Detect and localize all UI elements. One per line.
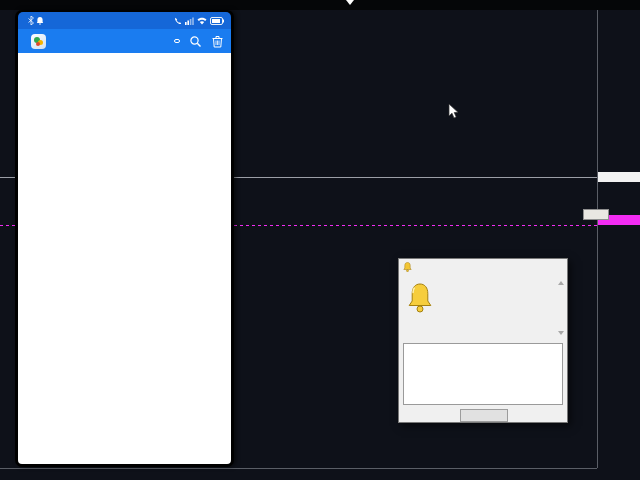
dialog-body [399,275,567,347]
search-icon[interactable] [189,35,202,48]
app-icon [31,34,46,49]
time-axis[interactable] [0,469,640,480]
menu-button[interactable] [583,209,609,220]
wifi-icon [197,17,207,25]
signal-icon [185,17,194,25]
message-list[interactable] [18,53,231,464]
battery-icon [210,17,224,25]
mouse-cursor [448,103,459,119]
alarm-icon [36,16,44,25]
alert-bell-icon [407,283,433,313]
current-price-tag [598,172,640,182]
scroll-down-icon[interactable] [558,331,564,335]
status-left-icons [28,16,44,25]
dialog-scrollbar[interactable] [556,279,565,337]
terminal-app-header [18,29,231,53]
chart-toolbar [0,0,640,10]
scroll-up-icon[interactable] [558,281,564,285]
status-right-icons [174,17,224,25]
dialog-titlebar[interactable] [399,259,567,275]
bluetooth-icon [28,16,34,25]
phone-overlay [15,10,234,467]
price-axis[interactable] [597,10,640,468]
ok-button[interactable] [460,409,508,422]
dialog-help-button[interactable] [527,260,545,274]
alert-dialog [398,258,568,423]
phone-status-bar [18,12,231,29]
mqid-badge [174,39,180,43]
alert-history-list[interactable] [403,343,563,405]
bell-icon [403,262,412,272]
call-icon [174,17,182,25]
top-marker-triangle [346,0,354,5]
price-axis-line [597,10,598,468]
trash-icon[interactable] [212,35,223,48]
metatrader-screen [0,0,640,480]
dialog-close-button[interactable] [545,260,563,274]
